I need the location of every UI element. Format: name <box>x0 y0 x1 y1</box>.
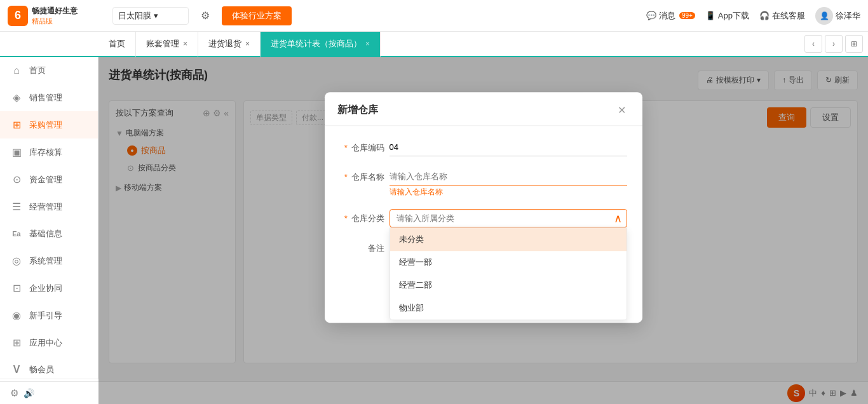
tab-purchase-return[interactable]: 进货退货 × <box>198 31 261 57</box>
chevron-down-icon: ▾ <box>154 11 158 20</box>
logo-text: 畅捷通好生意 精品版 <box>32 6 78 26</box>
category-label: * 仓库分类 <box>340 209 384 224</box>
name-input-wrap: 请输入仓库名称 <box>390 168 627 198</box>
apps-icon: ⊞ <box>10 337 23 349</box>
purchase-icon: ⊞ <box>10 119 23 131</box>
code-label: * 仓库编码 <box>340 138 384 154</box>
sidebar-item-apps[interactable]: ⊞ 应用中心 <box>0 329 98 356</box>
name-label: * 仓库名称 <box>340 168 384 183</box>
inventory-icon: ▣ <box>10 146 23 158</box>
bottom-volume-icon[interactable]: 🔊 <box>24 388 34 398</box>
tab-menu[interactable]: ⊞ <box>845 35 863 53</box>
top-header: 6 畅捷通好生意 精品版 日太阳膜 ▾ ⚙ 体验行业方案 💬 消息 99+ 📱 … <box>0 0 868 32</box>
modal-close-button[interactable]: ✕ <box>614 102 630 118</box>
modal-header: 新增仓库 ✕ <box>325 92 642 126</box>
basic-icon: Ea <box>10 230 23 238</box>
tab-purchase-stats[interactable]: 进货单统计表（按商品） × <box>261 31 381 57</box>
guide-icon: ◉ <box>10 309 23 321</box>
sidebar-item-finance[interactable]: ⊙ 资金管理 <box>0 166 98 193</box>
sidebar-item-basic[interactable]: Ea 基础信息 <box>0 220 98 247</box>
category-arrow-icon[interactable]: ∧ <box>614 212 622 226</box>
tab-accounts[interactable]: 账套管理 × <box>136 31 198 57</box>
store-selector[interactable]: 日太阳膜 ▾ <box>112 7 189 25</box>
content-area: 进货单统计(按商品) 🖨 按模板打印 ▾ ↑ 导出 ↻ 刷新 <box>98 57 868 404</box>
code-input-wrap <box>390 138 627 156</box>
name-error-message: 请输入仓库名称 <box>390 187 627 198</box>
sidebar-item-operation[interactable]: ☰ 经营管理 <box>0 193 98 220</box>
category-option-dept2[interactable]: 经营二部 <box>390 274 627 297</box>
category-select-wrap: ∧ 未分类 经营一部 经营二部 物业部 <box>390 209 627 227</box>
category-option-dept1[interactable]: 经营一部 <box>390 251 627 274</box>
settings-icon[interactable]: ⚙ <box>195 6 215 26</box>
phone-icon: 📱 <box>705 11 715 20</box>
enterprise-icon: ⊡ <box>10 282 23 294</box>
notification-badge: 99+ <box>679 12 695 19</box>
user-menu[interactable]: 👤 徐泽华 <box>815 7 860 25</box>
name-input[interactable] <box>390 168 627 185</box>
header-right: 💬 消息 99+ 📱 App下载 🎧 在线客服 👤 徐泽华 <box>646 7 860 25</box>
system-icon: ◎ <box>10 255 23 267</box>
sidebar-item-sales[interactable]: ◈ 销售管理 <box>0 84 98 111</box>
trial-button[interactable]: 体验行业方案 <box>222 6 292 25</box>
app-download-action[interactable]: 📱 App下载 <box>705 10 749 22</box>
category-option-property[interactable]: 物业部 <box>390 297 627 320</box>
sidebar-item-guide[interactable]: ◉ 新手引导 <box>0 302 98 329</box>
sidebar-item-inventory[interactable]: ▣ 库存核算 <box>0 138 98 166</box>
sidebar-item-system[interactable]: ◎ 系统管理 <box>0 247 98 274</box>
form-row-code: * 仓库编码 <box>340 138 627 156</box>
sidebar-item-home[interactable]: ⌂ 首页 <box>0 57 98 84</box>
tab-scroll-left[interactable]: ‹ <box>804 35 822 53</box>
logo-area: 6 畅捷通好生意 精品版 <box>8 6 106 26</box>
tab-controls: ‹ › ⊞ <box>804 35 868 53</box>
tab-scroll-right[interactable]: › <box>825 35 843 53</box>
finance-icon: ⊙ <box>10 173 23 185</box>
tab-close-return[interactable]: × <box>245 39 250 48</box>
notes-label: 备注 <box>340 239 384 254</box>
notification-action[interactable]: 💬 消息 99+ <box>646 10 695 22</box>
tab-close-stats[interactable]: × <box>365 39 370 48</box>
home-icon: ⌂ <box>10 65 23 76</box>
tab-bar: 首页 账套管理 × 进货退货 × 进货单统计表（按商品） × ‹ › ⊞ <box>0 32 868 57</box>
sales-icon: ◈ <box>10 91 23 104</box>
avatar: 👤 <box>815 7 833 25</box>
category-option-unclassified[interactable]: 未分类 <box>390 228 627 251</box>
form-row-name: * 仓库名称 请输入仓库名称 <box>340 168 627 198</box>
vip-icon: V <box>10 364 23 375</box>
operation-icon: ☰ <box>10 201 23 213</box>
new-warehouse-modal: 新增仓库 ✕ * 仓库编码 * <box>325 92 642 323</box>
sidebar: ⌂ 首页 ◈ 销售管理 ⊞ 采购管理 ▣ 库存核算 ⊙ 资金管理 ☰ 经营管理 … <box>0 57 98 404</box>
code-input[interactable] <box>390 138 627 156</box>
modal-title: 新增仓库 <box>337 104 378 117</box>
main-layout: ⌂ 首页 ◈ 销售管理 ⊞ 采购管理 ▣ 库存核算 ⊙ 资金管理 ☰ 经营管理 … <box>0 57 868 404</box>
sidebar-item-purchase[interactable]: ⊞ 采购管理 <box>0 111 98 138</box>
sidebar-item-enterprise[interactable]: ⊡ 企业协同 <box>0 274 98 302</box>
modal-body: * 仓库编码 * 仓库名称 请输入仓库名称 <box>325 126 642 281</box>
category-dropdown: 未分类 经营一部 经营二部 物业部 <box>390 227 627 320</box>
headset-icon: 🎧 <box>759 11 770 20</box>
logo-icon: 6 <box>8 6 28 26</box>
store-name: 日太阳膜 <box>118 10 151 22</box>
message-icon: 💬 <box>646 11 656 20</box>
form-row-category: * 仓库分类 ∧ 未分类 经营一部 经营二部 物业部 <box>340 209 627 227</box>
tab-close-accounts[interactable]: × <box>183 39 187 48</box>
tab-home[interactable]: 首页 <box>98 31 136 57</box>
category-input[interactable] <box>390 209 627 227</box>
bottom-settings-icon[interactable]: ⚙ <box>10 387 18 399</box>
customer-service-action[interactable]: 🎧 在线客服 <box>759 10 805 22</box>
